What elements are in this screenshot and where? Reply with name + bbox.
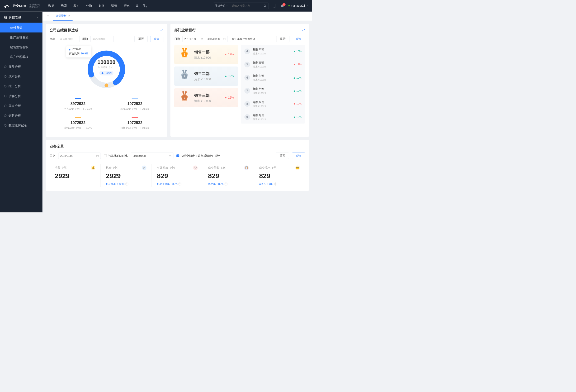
svg-point-9 <box>4 65 6 68</box>
metric-icon: 💳 <box>295 165 300 170</box>
overview-metric: 有效机会（个）🛡829机会有效率：80%? <box>152 164 203 187</box>
sidebar-item[interactable]: 销售主管看板 <box>0 42 42 52</box>
chart-icon <box>4 85 7 88</box>
sidebar-item[interactable]: 推广分析 <box>0 82 42 91</box>
select-period[interactable]: 请选择周期 <box>90 36 114 42</box>
compare-checkbox[interactable]: 与其他时间对比 <box>104 154 128 158</box>
logo-text: 云朵CRM <box>13 4 26 8</box>
help-icon[interactable]: ? <box>125 182 128 185</box>
search-icon[interactable] <box>263 4 266 7</box>
label-target: 目标 <box>50 37 55 41</box>
help-icon[interactable]: ? <box>274 182 277 185</box>
svg-point-10 <box>4 75 6 77</box>
select-target[interactable]: 请选择目标 <box>58 36 80 42</box>
date-range-input[interactable]: 2018/01/08 至 2018/01/08 <box>183 36 228 42</box>
nav-item[interactable]: 运营 <box>111 4 117 8</box>
sidebar-item[interactable]: 数据流转记录 <box>0 121 42 130</box>
date-input-2[interactable]: 2018/01/08 <box>131 152 173 159</box>
close-icon[interactable]: ✕ <box>68 14 70 17</box>
query-button[interactable]: 查询 <box>292 152 305 159</box>
svg-rect-5 <box>4 17 5 18</box>
search-input[interactable] <box>230 4 263 7</box>
tab-company-dashboard[interactable]: 公司看板 ✕ <box>53 12 73 21</box>
sidebar-item[interactable]: 访客分析 <box>0 91 42 101</box>
sidebar-item[interactable]: 渠道分析 <box>0 101 42 111</box>
svg-rect-41 <box>169 155 171 157</box>
select-stat-by[interactable]: 按工单客户经理统计 <box>230 36 266 42</box>
expand-icon[interactable] <box>302 29 305 31</box>
donut-chart: 1072932 所占比例: 70.9% 100000 目标总量（元） <box>50 43 163 92</box>
metric-item: 1072932超额完成（元） | 89.9% <box>106 114 163 133</box>
logo: 云朵CRM 教育机构一站式服务云平台 <box>4 3 40 8</box>
card-overview: 业务全景 日期 2018/01/08 与其他时间对比 2018/01/08 <box>46 140 309 191</box>
pie-icon <box>4 114 7 117</box>
sidebar-group-dashboard[interactable]: 数据看板 <box>0 13 42 23</box>
svg-rect-22 <box>223 38 225 40</box>
metric-item: 1072932未完成量（元） | 20.9% <box>106 95 163 114</box>
nav-item[interactable]: 报名 <box>124 4 130 8</box>
svg-point-2 <box>264 5 266 7</box>
rank-card-top: 2销售二部流水 ¥10,900▲ 10% <box>174 66 238 86</box>
online-status-dot <box>288 5 289 6</box>
label-date: 日期 <box>50 154 55 158</box>
sidebar-item[interactable]: 漏斗分析 <box>0 62 42 71</box>
rank-row: 8销售八部流水 ¥19020▼ 12% <box>241 97 305 111</box>
metric-item: 8972932已完成量（元） | 70.9% <box>50 95 107 114</box>
dashboard-icon <box>4 16 7 19</box>
svg-point-14 <box>4 115 6 117</box>
help-icon[interactable]: ? <box>225 182 228 185</box>
date-input-1[interactable]: 2018/01/08 <box>58 152 101 159</box>
search-type-select[interactable]: 手机号码 <box>215 4 230 8</box>
nav-item[interactable]: 客户 <box>73 4 80 8</box>
query-button[interactable]: 查询 <box>292 36 305 42</box>
sidebar-item[interactable]: 公司看板 <box>0 23 42 32</box>
user-icon[interactable] <box>135 4 139 8</box>
metric-icon: 🛡 <box>193 165 198 170</box>
rank-row: 6销售六部流水 ¥19020▲ 10% <box>241 71 305 84</box>
svg-point-0 <box>4 6 6 8</box>
filter-icon <box>4 65 7 68</box>
svg-point-13 <box>4 105 6 107</box>
search-bar: 手机号码 <box>213 3 268 9</box>
chart-tooltip: 1072932 所占比例: 70.9% <box>66 46 91 58</box>
medal-icon: 3 <box>179 92 190 104</box>
reset-button[interactable]: 重置 <box>276 36 289 42</box>
nav-item[interactable]: 财务 <box>99 4 105 8</box>
card-goal: 公司业绩目标达成 目标 请选择目标 周期 请选择周期 <box>46 24 167 137</box>
phone-icon[interactable] <box>143 4 147 8</box>
rank-row: 4销售四部流水 ¥19020▲ 10% <box>241 45 305 58</box>
cash-checkbox[interactable]: ✓ 按现金消费（返点后消费）统计 <box>176 154 220 158</box>
svg-point-11 <box>4 85 6 88</box>
metric-icon: ➤ <box>142 165 146 170</box>
sidebar-item[interactable]: 成本分析 <box>0 71 42 81</box>
nav-item[interactable]: 公海 <box>86 4 92 8</box>
rank-row: 5销售五部流水 ¥19020▼ 12% <box>241 58 305 71</box>
dollar-icon <box>4 75 7 78</box>
overview-metric: 成交单数（单）📋829成交率：80%? <box>203 164 254 187</box>
reset-button[interactable]: 重置 <box>134 36 147 42</box>
nav-item[interactable]: 数据 <box>48 4 54 8</box>
nav-item[interactable]: 线索 <box>61 4 67 8</box>
help-icon[interactable]: ? <box>178 182 181 185</box>
svg-point-21 <box>105 83 108 87</box>
overview-metric: 机会（个）➤2929机会成本：¥948? <box>101 164 152 187</box>
overview-metric: 成交流水（元）💳829ARPU：¥80? <box>254 164 305 187</box>
svg-rect-7 <box>4 18 5 19</box>
sidebar-item[interactable]: 客户经理看板 <box>0 52 42 62</box>
card-goal-title: 公司业绩目标达成 <box>50 28 78 33</box>
list-icon <box>4 124 7 127</box>
expand-icon[interactable] <box>161 29 163 31</box>
sidebar-item[interactable]: 推广主管看板 <box>0 32 42 42</box>
sidebar-item[interactable]: 销售分析 <box>0 111 42 121</box>
device-icon[interactable] <box>272 4 276 8</box>
notification-icon[interactable]: 5 <box>280 4 285 8</box>
overview-metric: 消费（元）💰2929 <box>50 164 101 187</box>
svg-point-1 <box>136 4 138 5</box>
sidebar-toggle-icon[interactable] <box>45 14 51 18</box>
query-button[interactable]: 查询 <box>150 36 163 42</box>
user-menu[interactable]: manager11 <box>288 4 308 7</box>
sidebar: 数据看板 公司看板推广主管看板销售主管看板客户经理看板 漏斗分析成本分析推广分析… <box>0 12 42 213</box>
status-badge: 已达成 <box>99 71 114 76</box>
app-header: 云朵CRM 教育机构一站式服务云平台 数据线索客户公海财务运营报名 手机号码 <box>0 0 312 12</box>
reset-button[interactable]: 重置 <box>276 152 289 159</box>
